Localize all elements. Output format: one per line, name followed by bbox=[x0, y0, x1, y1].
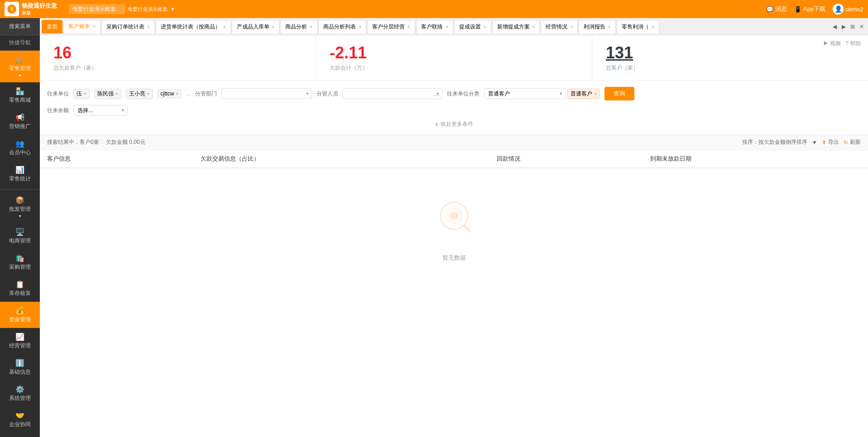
close-tag-t1[interactable]: × bbox=[84, 91, 86, 96]
tab-customer-debt[interactable]: 客户账本 × bbox=[63, 20, 101, 33]
balance-select-wrap: 选择... bbox=[73, 105, 128, 116]
tab-inbound-stats[interactable]: 进货单统计表（按商品） × bbox=[156, 20, 231, 33]
message-btn[interactable]: 💬 消息 bbox=[766, 5, 787, 13]
stat-overdue-amount: ❖ -2.11 欠款合计（万） bbox=[316, 35, 592, 80]
results-summary: 搜索结果中，客户0家 欠款金额 0.00元 bbox=[47, 138, 145, 146]
query-btn[interactable]: 查询 bbox=[604, 87, 634, 100]
person-input[interactable] bbox=[343, 88, 442, 99]
tab-close-ops-situation[interactable]: × bbox=[570, 24, 573, 29]
sidebar-item-retail-mgmt[interactable]: 🛒 零售管理 ▼ bbox=[0, 51, 40, 82]
app-logo: ¥ 畅捷通好生意 标版 bbox=[5, 2, 57, 16]
sidebar-item-retail-stats[interactable]: 📊 零售统计 bbox=[0, 161, 40, 187]
filter-row-2: 往来余额 选择... bbox=[47, 105, 861, 116]
sidebar-item-cooperation[interactable]: 🤝 企业协同 bbox=[0, 407, 40, 433]
tab-close-profit-report[interactable]: × bbox=[608, 24, 611, 29]
app-download-btn[interactable]: 📱 App下载 bbox=[794, 5, 825, 13]
close-tag-t4[interactable]: × bbox=[176, 91, 179, 96]
sidebar-item-inventory[interactable]: 📋 库存核算 bbox=[0, 276, 40, 302]
category-select[interactable]: 普通客户 bbox=[484, 88, 566, 99]
sidebar-item-wholesale[interactable]: 📦 批发管理 ▼ bbox=[0, 191, 40, 223]
svg-line-4 bbox=[464, 226, 470, 232]
sidebar-item-marketing[interactable]: 📢 营销推广 bbox=[0, 109, 40, 135]
export-btn[interactable]: ⬆ 导出 bbox=[822, 138, 839, 146]
dept-select[interactable] bbox=[221, 88, 312, 99]
filter-more-tags[interactable]: ... bbox=[186, 90, 191, 97]
sidebar-item-finance[interactable]: 💰 资金管理 bbox=[0, 302, 40, 328]
col-repayment: 回款情况 bbox=[489, 150, 643, 168]
sidebar-search[interactable]: 搜索菜单 bbox=[0, 18, 40, 35]
sidebar-item-system[interactable]: ⚙️ 系统管理 bbox=[0, 380, 40, 407]
tab-profit-report[interactable]: 利润报告 × bbox=[579, 20, 616, 33]
filter-tag-t4[interactable]: cjttcw × bbox=[158, 89, 182, 98]
tab-home[interactable]: 首页 bbox=[42, 20, 62, 33]
collapse-btn[interactable]: ∧ 收起更多条件 bbox=[47, 120, 861, 128]
tab-close-improve-settings[interactable]: × bbox=[484, 24, 486, 29]
col-customer-info: 客户信息 bbox=[40, 150, 193, 168]
close-tag-category[interactable]: × bbox=[594, 91, 597, 96]
system-icon: ⚙️ bbox=[15, 385, 24, 394]
tab-improve-settings[interactable]: 提成设置 × bbox=[454, 20, 491, 33]
svg-point-5 bbox=[451, 212, 458, 219]
sidebar: 搜索菜单 快捷导航 🛒 零售管理 ▼ 🏪 零售商城 📢 营销推广 👥 会员中心 … bbox=[0, 18, 40, 437]
tab-prev-btn[interactable]: ◀ bbox=[830, 22, 839, 31]
chevron-up-icon: ∧ bbox=[435, 121, 439, 128]
tab-close-product-analysis[interactable]: × bbox=[310, 24, 312, 29]
close-tag-t3[interactable]: × bbox=[147, 91, 150, 96]
tab-retail-profit[interactable]: 零售利润（ × bbox=[617, 20, 659, 33]
avatar: 👤 bbox=[833, 4, 844, 14]
filter-tag-t3[interactable]: 王小亮 × bbox=[126, 89, 153, 99]
sidebar-quick-nav[interactable]: 快捷导航 bbox=[0, 35, 40, 51]
filter-tag-t2[interactable]: 陈民强 × bbox=[94, 89, 121, 99]
inventory-icon: 📋 bbox=[15, 280, 24, 289]
unit-label: 往来单位 bbox=[47, 90, 69, 98]
ecommerce-icon: 🖥️ bbox=[15, 228, 24, 236]
refresh-btn[interactable]: ↻ 刷新 bbox=[844, 138, 861, 146]
balance-select[interactable]: 选择... bbox=[73, 105, 128, 116]
finance-icon: 💰 bbox=[15, 306, 24, 315]
retail-mgmt-icon: 🛒 bbox=[15, 55, 24, 64]
tab-close-product-analysis-list[interactable]: × bbox=[359, 24, 361, 29]
tab-close-all-btn[interactable]: ✕ bbox=[857, 22, 866, 31]
sort-label: 排序：按欠款金额倒序排序 bbox=[742, 138, 807, 146]
tab-expand-btn[interactable]: ⊞ bbox=[848, 22, 857, 31]
stat-total-customers: ▦ 131 总客户（家） bbox=[592, 35, 868, 80]
sidebar-item-ecommerce[interactable]: 🖥️ 电商管理 bbox=[0, 223, 40, 249]
tab-cost-inbound[interactable]: 产成品入库单 × bbox=[232, 20, 280, 33]
filter-tag-t1[interactable]: 伍 × bbox=[73, 89, 90, 99]
sidebar-item-basic-info[interactable]: ℹ️ 基础信息 bbox=[0, 354, 40, 380]
sidebar-item-purchase[interactable]: 🛍️ 采购管理 bbox=[0, 249, 40, 276]
tab-close-customer-tier[interactable]: × bbox=[408, 24, 410, 29]
retail-stats-icon: 📊 bbox=[15, 166, 24, 174]
tab-new-improve[interactable]: 新增提成方案 × bbox=[492, 20, 540, 33]
basic-info-icon: ℹ️ bbox=[15, 359, 24, 367]
tab-close-retail-profit[interactable]: × bbox=[652, 24, 654, 29]
account-selector[interactable]: 母婴行业演示账套 bbox=[69, 4, 125, 14]
close-tag-t2[interactable]: × bbox=[115, 91, 118, 96]
sidebar-item-ops[interactable]: 📈 经营管理 bbox=[0, 328, 40, 354]
tab-close-customer-debt[interactable]: × bbox=[93, 24, 96, 29]
wholesale-icon: 📦 bbox=[15, 196, 24, 204]
sidebar-item-guide[interactable]: 🧭 新手引导 bbox=[0, 433, 40, 437]
tab-purchase-order-stats[interactable]: 采购订单统计表 × bbox=[101, 20, 155, 33]
sidebar-item-retail-mall[interactable]: 🏪 零售商城 bbox=[0, 82, 40, 109]
tab-close-inbound-stats[interactable]: × bbox=[223, 24, 226, 29]
sidebar-item-member[interactable]: 👥 会员中心 bbox=[0, 135, 40, 161]
tab-ops-situation[interactable]: 经营情况 × bbox=[541, 20, 578, 33]
user-avatar-btn[interactable]: 👤 demo2 bbox=[833, 4, 863, 14]
tab-product-analysis-list[interactable]: 商品分析列表 × bbox=[318, 20, 366, 33]
member-icon: 👥 bbox=[15, 139, 24, 148]
refresh-icon: ↻ bbox=[844, 139, 848, 146]
tab-close-cost-inbound[interactable]: × bbox=[272, 24, 275, 29]
tab-close-new-improve[interactable]: × bbox=[532, 24, 535, 29]
tab-close-customer-contact[interactable]: × bbox=[446, 24, 448, 29]
export-icon: ⬆ bbox=[822, 139, 826, 146]
tab-close-purchase-order-stats[interactable]: × bbox=[147, 24, 150, 29]
tab-customer-contact[interactable]: 客户联络 × bbox=[416, 20, 453, 33]
empty-text: 暂无数据 bbox=[442, 254, 466, 262]
tab-next-btn[interactable]: ▶ bbox=[839, 22, 848, 31]
person-dots[interactable]: ... bbox=[434, 90, 440, 98]
tab-customer-tier[interactable]: 客户分层经营 × bbox=[367, 20, 415, 33]
tab-product-analysis[interactable]: 商品分析 × bbox=[280, 20, 317, 33]
dept-select-wrap bbox=[221, 88, 312, 99]
filter-tag-category[interactable]: 普通客户 × bbox=[567, 89, 600, 99]
